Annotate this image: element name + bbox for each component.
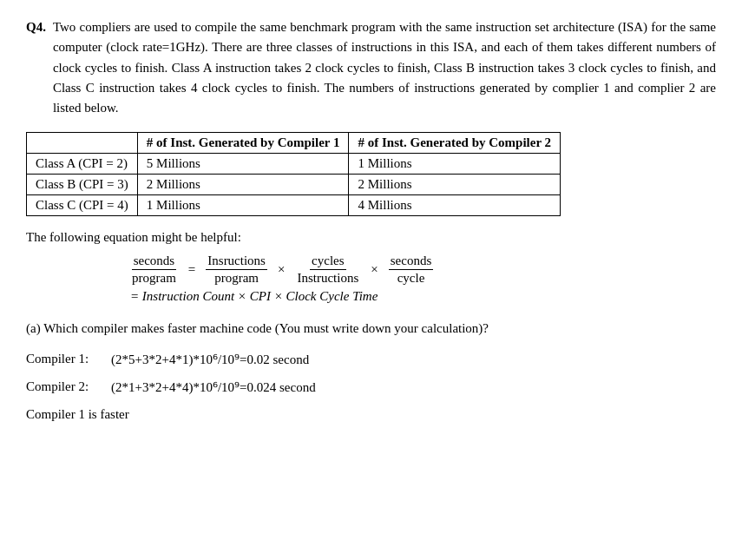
table-header-row: # of Inst. Generated by Compiler 1 # of …: [27, 133, 561, 154]
table-row: Class B (CPI = 3)2 Millions2 Millions: [27, 175, 561, 195]
table-header-col1: [27, 133, 138, 154]
part-a-block: (a) Which compiler makes faster machine …: [26, 321, 716, 422]
compiler1-label: Compiler 1:: [26, 352, 104, 367]
table-row: Class A (CPI = 2)5 Millions1 Millions: [27, 154, 561, 175]
question-block: Q4. Two compliers are used to compile th…: [26, 17, 716, 118]
compiler2-line: Compiler 2: (2*1+3*2+4*4)*10⁶/10⁹=0.024 …: [26, 379, 716, 395]
table-cell-compiler1: 5 Millions: [137, 154, 349, 175]
table-cell-compiler2: 1 Millions: [349, 154, 561, 175]
frac4-den: cycle: [396, 270, 427, 286]
table-cell-label: Class C (CPI = 4): [27, 195, 138, 216]
compiler2-label: Compiler 2:: [26, 379, 104, 395]
times1: ×: [274, 262, 288, 277]
conclusion: Compiler 1 is faster: [26, 407, 716, 422]
times2: ×: [367, 262, 381, 277]
compiler1-calc: (2*5+3*2+4*1)*10⁶/10⁹=0.02 second: [111, 352, 309, 367]
compiler2-calc: (2*1+3*2+4*4)*10⁶/10⁹=0.024 second: [111, 379, 316, 395]
frac3-den: Instructions: [295, 270, 360, 286]
compiler1-line: Compiler 1: (2*5+3*2+4*1)*10⁶/10⁹=0.02 s…: [26, 352, 716, 367]
table-header-col3: # of Inst. Generated by Compiler 2: [349, 133, 561, 154]
frac2-num: Insructions: [206, 254, 267, 270]
instruction-table: # of Inst. Generated by Compiler 1 # of …: [26, 132, 561, 216]
table-row: Class C (CPI = 4)1 Millions4 Millions: [27, 195, 561, 216]
fraction-instructions-program: Insructions program: [206, 254, 267, 286]
frac3-num: cycles: [310, 254, 345, 270]
table-cell-label: Class B (CPI = 3): [27, 175, 138, 195]
equation-container: seconds program = Insructions program × …: [26, 254, 716, 304]
equation-section: The following equation might be helpful:…: [26, 230, 716, 304]
fraction-cycles-instructions: cycles Instructions: [295, 254, 360, 286]
table-cell-compiler1: 1 Millions: [137, 195, 349, 216]
frac2-den: program: [213, 270, 260, 286]
table-cell-compiler2: 2 Millions: [349, 175, 561, 195]
question-label: Q4.: [26, 17, 46, 118]
part-a-question: (a) Which compiler makes faster machine …: [26, 321, 716, 336]
frac1-num: seconds: [132, 254, 177, 270]
frac1-den: program: [130, 270, 178, 286]
question-text: Two compliers are used to compile the sa…: [53, 17, 716, 118]
italic-equation: = Instruction Count × CPI × Clock Cycle …: [130, 289, 378, 304]
question-header: Q4. Two compliers are used to compile th…: [26, 17, 716, 118]
equation-intro: The following equation might be helpful:: [26, 230, 716, 245]
table-cell-compiler1: 2 Millions: [137, 175, 349, 195]
fraction-seconds-cycle: seconds cycle: [389, 254, 434, 286]
table-body: Class A (CPI = 2)5 Millions1 MillionsCla…: [27, 154, 561, 216]
table-cell-label: Class A (CPI = 2): [27, 154, 138, 175]
frac4-num: seconds: [389, 254, 434, 270]
equals-sign: =: [185, 262, 199, 277]
fraction-row: seconds program = Insructions program × …: [130, 254, 433, 286]
table-cell-compiler2: 4 Millions: [349, 195, 561, 216]
table-header-col2: # of Inst. Generated by Compiler 1: [137, 133, 349, 154]
fraction-seconds-program: seconds program: [130, 254, 178, 286]
